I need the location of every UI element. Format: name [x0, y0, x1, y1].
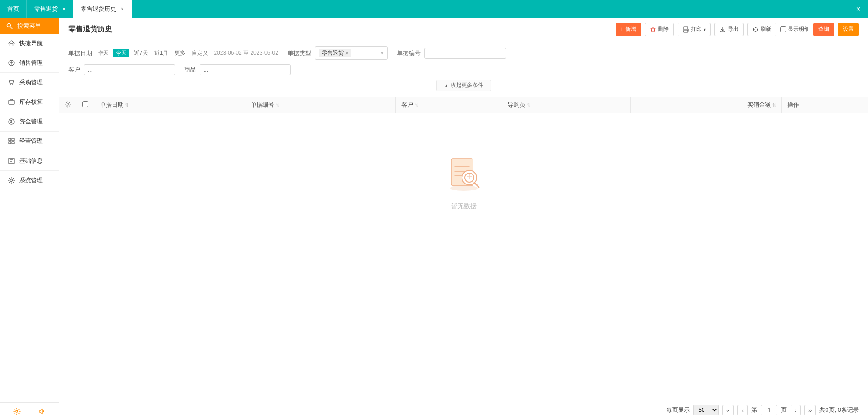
refresh-button[interactable]: 刷新: [747, 23, 776, 36]
per-page-select[interactable]: 10 20 50 100: [693, 405, 719, 415]
svg-rect-2: [10, 43, 13, 46]
sidebar-item-finance[interactable]: 资金管理: [0, 112, 59, 132]
delete-icon: [650, 26, 656, 33]
content-area: 零售退货历史 + 新增 删除 打印 ▾: [59, 18, 868, 420]
tab-retail-return-close[interactable]: ×: [62, 6, 66, 12]
sidebar-item-sales-mgmt-label: 销售管理: [19, 59, 43, 67]
next-page-button[interactable]: ›: [791, 405, 801, 415]
sort-icon-date: ⇅: [125, 102, 128, 108]
query-button[interactable]: 查询: [813, 23, 834, 36]
sidebar-item-purchase-mgmt-label: 采购管理: [19, 78, 43, 87]
print-icon: [683, 26, 689, 33]
filter-doc-type-label: 单据类型: [288, 49, 311, 57]
sidebar-item-purchase-mgmt[interactable]: 采购管理: [0, 73, 59, 92]
tab-retail-return-history-label: 零售退货历史: [81, 5, 116, 13]
filter-customer: 客户: [68, 64, 175, 75]
filter-doc-no-label: 单据编号: [397, 49, 421, 57]
date-opt-yesterday[interactable]: 昨天: [96, 49, 110, 57]
first-page-button[interactable]: «: [722, 405, 734, 415]
th-date-sort[interactable]: 单据日期 ⇅: [100, 101, 239, 109]
filter-doc-type-tag: 零售退货 ×: [319, 49, 351, 57]
page-header: 零售退货历史 + 新增 删除 打印 ▾: [59, 18, 868, 41]
new-button[interactable]: + 新增: [616, 23, 641, 36]
svg-point-13: [10, 179, 13, 182]
sidebar-item-quick-nav[interactable]: 快捷导航: [0, 34, 59, 53]
inventory-icon: [7, 98, 15, 106]
filter-collapse-button[interactable]: ▲ 收起更多条件: [436, 80, 491, 91]
speaker-icon[interactable]: [38, 407, 46, 415]
th-customer: 客户 ⇅: [396, 97, 502, 113]
top-bar: 首页 零售退货 × 零售退货历史 × ×: [0, 0, 868, 18]
th-guide-sort[interactable]: 导购员 ⇅: [508, 101, 625, 109]
filter-doc-no: 单据编号: [397, 48, 506, 59]
date-opt-more[interactable]: 更多: [173, 49, 187, 57]
svg-rect-10: [9, 142, 11, 144]
tab-retail-return-history[interactable]: 零售退货历史 ×: [73, 0, 132, 18]
operations-icon: [7, 137, 15, 145]
display-detail-checkbox[interactable]: [780, 26, 786, 32]
per-page-label: 每页显示: [666, 406, 690, 414]
th-no-sort[interactable]: 单据编号 ⇅: [251, 101, 390, 109]
select-all-checkbox[interactable]: [82, 101, 88, 107]
tab-retail-return[interactable]: 零售退货 ×: [27, 0, 73, 18]
page-number-input[interactable]: [761, 405, 777, 415]
sidebar-search[interactable]: 搜索菜单: [0, 18, 59, 34]
setting-button[interactable]: 设置: [838, 23, 859, 36]
sidebar-item-inventory-label: 库存核算: [19, 98, 43, 106]
refresh-icon: [752, 26, 759, 33]
filter-customer-input[interactable]: [84, 64, 175, 75]
filter-goods: 商品: [184, 64, 291, 75]
date-opt-today[interactable]: 今天: [113, 49, 129, 57]
prev-page-button[interactable]: ‹: [737, 405, 747, 415]
collapse-up-icon: ▲: [444, 83, 449, 88]
last-page-button[interactable]: »: [804, 405, 816, 415]
filter-customer-label: 客户: [68, 66, 80, 74]
svg-rect-9: [12, 138, 14, 141]
sidebar-item-basic-info[interactable]: 基础信息: [0, 151, 59, 171]
delete-button[interactable]: 删除: [645, 23, 674, 36]
search-icon: [5, 22, 14, 30]
svg-rect-12: [9, 158, 14, 164]
sidebar-item-inventory[interactable]: 库存核算: [0, 92, 59, 112]
tab-home-label: 首页: [7, 5, 19, 13]
table-setting-icon[interactable]: [65, 101, 71, 108]
th-checkbox: [77, 97, 94, 113]
pagination: 每页显示 10 20 50 100 « ‹ 第 页 › » 共0页, 0条记录: [59, 400, 868, 420]
svg-rect-11: [12, 142, 14, 144]
sidebar-item-operations[interactable]: 经营管理: [0, 132, 59, 151]
print-button[interactable]: 打印 ▾: [678, 23, 711, 36]
sidebar-item-system-mgmt[interactable]: 系统管理: [0, 171, 59, 190]
export-button[interactable]: 导出: [714, 23, 744, 36]
tab-bar: 首页 零售退货 × 零售退货历史 ×: [0, 0, 848, 18]
date-opt-7days[interactable]: 近7天: [132, 49, 150, 57]
table-area: 单据日期 ⇅ 单据编号 ⇅ 客户: [59, 97, 868, 400]
sort-icon-guide: ⇅: [527, 102, 530, 108]
th-customer-sort[interactable]: 客户 ⇅: [401, 101, 496, 109]
th-amount-sort[interactable]: 实销金额 ⇅: [636, 101, 776, 109]
sidebar: 搜索菜单 快捷导航 销售管理: [0, 18, 59, 420]
sort-icon-no: ⇅: [276, 102, 279, 108]
filter-doc-type-tag-close[interactable]: ×: [345, 50, 349, 56]
filter-goods-input[interactable]: [200, 64, 291, 75]
filter-doc-type-select[interactable]: 零售退货 × ▾: [315, 46, 388, 60]
th-amount: 实销金额 ⇅: [631, 97, 781, 113]
display-detail-toggle[interactable]: 显示明细: [780, 26, 810, 33]
svg-point-17: [67, 103, 69, 105]
sort-icon-customer: ⇅: [415, 102, 418, 108]
svg-point-18: [450, 185, 478, 191]
svg-line-1: [10, 27, 12, 29]
tab-home[interactable]: 首页: [0, 0, 27, 18]
filter-collapse-row: ▲ 收起更多条件: [68, 80, 859, 91]
date-opt-custom[interactable]: 自定义: [190, 49, 210, 57]
tab-retail-return-history-close[interactable]: ×: [121, 6, 124, 12]
sidebar-item-basic-info-label: 基础信息: [19, 157, 43, 165]
sidebar-item-sales-mgmt[interactable]: 销售管理: [0, 53, 59, 73]
filter-row-2: 客户 商品: [68, 64, 859, 75]
settings-icon[interactable]: [13, 407, 21, 415]
basic-info-icon: [7, 157, 15, 165]
window-close-button[interactable]: ×: [848, 5, 868, 14]
svg-point-5: [12, 84, 13, 85]
date-opt-1month[interactable]: 近1月: [153, 49, 170, 57]
filter-doc-no-input[interactable]: [424, 48, 506, 59]
th-no: 单据编号 ⇅: [245, 97, 396, 113]
